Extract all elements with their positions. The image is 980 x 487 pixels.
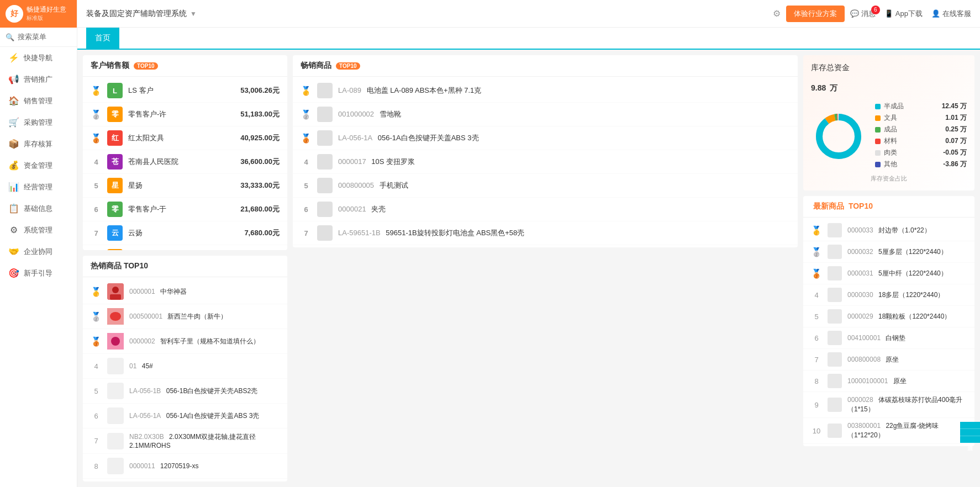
system-dropdown-arrow[interactable]: ▼ [190,10,197,18]
float-btn-service[interactable]: 客服热线 [960,422,980,429]
newest-img-1 [828,223,842,237]
customer-rank-item-6[interactable]: 6 零 零售客户-于 21,680.00元 [83,198,287,221]
legend-value-3: 0.07 万 [945,136,967,146]
float-btn-community[interactable]: 服务社区 [960,429,980,436]
notifications-item[interactable]: 💬 消息 6 [850,9,876,19]
hot-id-8: 0000011 [129,462,155,470]
bestseller-avatar-2 [317,107,333,122]
hot-id-2: 000500001 [129,313,162,320]
newest-item-7[interactable]: 7 000800008 原坐 [803,349,974,370]
bestseller-item-6[interactable]: 6 0000021 夹壳 [293,198,798,221]
tab-home[interactable]: 首页 [86,28,119,49]
logo-icon: 好 [6,5,23,23]
sidebar-item-purchase[interactable]: 🛒 采购管理 [0,112,77,133]
inventory-title: 库存总资金 [811,63,967,73]
float-btn-live[interactable]: 直播 [960,436,980,443]
hot-item-3[interactable]: 🥉 0000002 智利车子里（规格不知道填什么） [83,329,287,354]
customer-rank-item-7[interactable]: 7 云 云扬 7,680.00元 [83,221,287,245]
sidebar-item-collab[interactable]: 🤝 企业协同 [0,241,77,262]
customer-rank-item-8[interactable]: 8 肖 肖总 7,563.00元 [83,245,287,250]
customer-rank-badge: TOP10 [134,62,158,70]
legend-name-4: 肉类 [884,148,940,157]
legend-dot-material [875,139,881,144]
inventory-amount-value: 9.88 [811,83,826,92]
sidebar-nav: ⚡ 快捷导航 📢 营销推广 🏠 销售管理 🛒 采购管理 📦 库存核算 💰 资金管… [0,47,77,487]
sidebar-item-marketing[interactable]: 📢 营销推广 [0,68,77,90]
newest-info-5: 0000029 18颗粒板（1220*2440） [847,312,967,321]
trial-button[interactable]: 体验行业方案 [786,6,845,22]
bestseller-name-6: 0000021 夹壳 [338,204,790,214]
customer-name-1: LS 客户 [128,86,235,96]
customer-rank-item-2[interactable]: 🥈 零 零售客户-许 51,183.00元 [83,103,287,126]
sidebar-item-sales[interactable]: 🏠 销售管理 [0,90,77,112]
newest-rank-8: 8 [811,377,822,385]
bestseller-item-1[interactable]: 🥇 LA-089 电池盖 LA-089 ABS本色+黑种 7.1克 [293,79,798,103]
hot-item-7[interactable]: 7 NB2.0X30B 2.0X30MM双捷花轴,捷花直径2.1MM/ROHS [83,428,287,454]
online-service-item[interactable]: 👤 在线客服 [931,9,971,19]
newest-rank-4: 4 [811,291,822,299]
bestseller-title: 畅销商品 [301,61,331,71]
newest-item-10[interactable]: 10 003800001 22g鱼豆腐-烧烤味（1*12*20） [803,418,974,444]
gear-icon[interactable]: ⚙ [773,8,781,19]
newest-medal-2: 🥈 [811,247,822,257]
sidebar-item-quicknav[interactable]: ⚡ 快捷导航 [0,47,77,68]
bestseller-name-2: 001000002 雪地靴 [338,109,790,119]
sidebar-item-operations[interactable]: 📊 经营管理 [0,176,77,198]
customer-rank-item-4[interactable]: 4 苍 苍南县人民医院 36,600.00元 [83,150,287,174]
bestseller-item-2[interactable]: 🥈 001000002 雪地靴 [293,103,798,126]
sidebar-item-system[interactable]: ⚙ 系统管理 [0,219,77,241]
sidebar-item-basics[interactable]: 📋 基础信息 [0,198,77,219]
hot-item-9[interactable]: 9 KK-SD22110H 花语萌恒温分腿睡袋（厚款） [83,479,287,481]
customer-rank-item-3[interactable]: 🥉 红 红太阳文具 40,925.00元 [83,126,287,150]
hot-item-1[interactable]: 🥇 0000001 中华神器 [83,279,287,304]
newest-item-3[interactable]: 🥉 0000031 5厘中纤（1220*2440） [803,263,974,284]
newest-item-2[interactable]: 🥈 0000032 5厘多层（1220*2440） [803,241,974,263]
customer-rank-item-1[interactable]: 🥇 L LS 客户 53,006.26元 [83,79,287,103]
sidebar-item-inventory[interactable]: 📦 库存核算 [0,133,77,155]
bestseller-item-4[interactable]: 4 0000017 10S 变扭罗浆 [293,150,798,174]
newest-info-3: 0000031 5厘中纤（1220*2440） [847,269,967,278]
hot-item-2[interactable]: 🥈 000500001 新西兰牛肉（新牛） [83,304,287,329]
hot-item-4[interactable]: 4 01 45# [83,354,287,379]
newest-item-9[interactable]: 9 0000028 体碳荔枝味苏打饮品400毫升（1*15） [803,392,974,418]
legend-dot-other [875,162,881,167]
bestseller-item-7[interactable]: 7 LA-59651-1B 59651-1B旋转投影灯电池盒 ABS黑色+58壳 [293,221,798,245]
system-icon: ⚙ [8,225,19,235]
hot-products-list: 🥇 0000001 中华神器 🥈 [83,277,287,481]
newest-item-6[interactable]: 6 004100001 白钢垫 [803,327,974,349]
hot-name-5: 056-1B白色按键开关壳ABS2壳 [166,387,257,395]
bestseller-avatar-4 [317,154,333,170]
newest-item-5[interactable]: 5 0000029 18颗粒板（1220*2440） [803,306,974,327]
newest-img-9 [828,398,842,412]
newest-item-4[interactable]: 4 0000030 18多层（1220*2440） [803,284,974,306]
customer-name-7: 云扬 [128,228,239,238]
hot-item-5[interactable]: 5 LA-056-1B 056-1B白色按键开关壳ABS2壳 [83,379,287,404]
service-icon: 👤 [931,9,940,18]
search-label: 搜索菜单 [18,32,46,42]
page-tabs: 首页 [77,28,980,50]
newest-img-4 [828,288,842,302]
sidebar-item-newguide[interactable]: 🎯 新手引导 [0,262,77,284]
marketing-label: 营销推广 [24,75,52,84]
float-buttons: 客服热线 服务社区 直播 [960,422,980,443]
hot-id-3: 0000002 [129,337,155,345]
bestseller-item-3[interactable]: 🥉 LA-056-1A 056-1A白色按键开关盖ABS 3壳 [293,126,798,150]
newguide-label: 新手引导 [24,268,52,278]
newest-item-8[interactable]: 8 10000100001 原坐 [803,370,974,392]
legend-other: 其他 -3.86 万 [875,160,967,169]
sidebar-item-finance[interactable]: 💰 资金管理 [0,155,77,176]
hot-rank-6: 6 [91,412,102,420]
newest-img-6 [828,331,842,345]
hot-item-6[interactable]: 6 LA-056-1A 056-1A白色按键开关盖ABS 3壳 [83,404,287,428]
hot-info-6: LA-056-1A 056-1A白色按键开关盖ABS 3壳 [129,411,280,421]
newest-item-1[interactable]: 🥇 0000033 封边带（1.0*22） [803,220,974,241]
hot-img-4 [107,358,124,374]
hot-rank-5: 5 [91,387,102,395]
hot-item-8[interactable]: 8 0000011 12070519-xs [83,454,287,479]
customer-value-7: 7,680.00元 [244,228,280,238]
app-download-item[interactable]: 📱 App下载 [884,9,923,19]
customer-rank-header: 客户销售额 TOP10 [83,55,287,77]
sidebar-search[interactable]: 🔍 搜索菜单 [0,28,77,47]
customer-rank-item-5[interactable]: 5 星 星扬 33,333.00元 [83,174,287,198]
bestseller-item-5[interactable]: 5 000800005 手机测试 [293,174,798,198]
